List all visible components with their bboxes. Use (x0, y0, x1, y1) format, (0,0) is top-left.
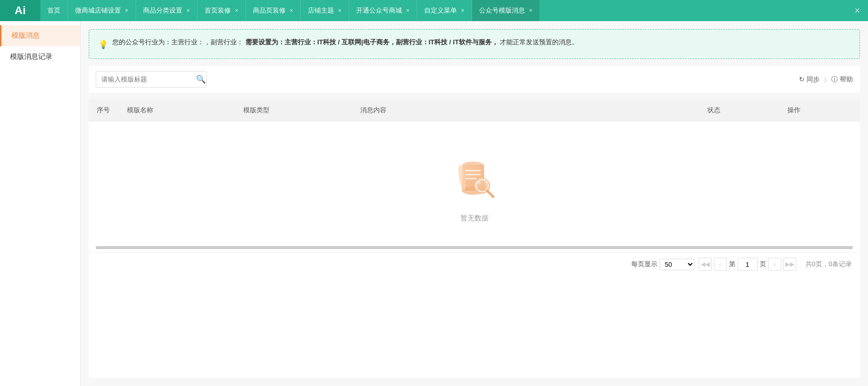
page-prefix: 第 (729, 260, 736, 269)
search-wrapper: 🔍 (96, 71, 207, 88)
col-status: 状态 (699, 100, 780, 121)
first-page-button[interactable]: ◀◀ (699, 258, 712, 271)
svg-point-10 (478, 181, 481, 184)
empty-state: 暂无数据 (89, 121, 860, 243)
content-area: 💡 您的公众号行业为：主营行业：，副营行业： 需要设置为：主营行业：IT科技 /… (81, 21, 868, 386)
last-page-button[interactable]: ▶▶ (783, 258, 796, 271)
total-info: 共0页，0条记录 (806, 260, 852, 269)
divider: | (825, 75, 826, 83)
page-nav: ◀◀ ‹ 第 页 › ▶▶ (699, 258, 796, 271)
close-tab-custommenu-button[interactable]: × (461, 7, 464, 14)
sidebar-item-template-records[interactable]: 模版消息记录 (0, 46, 80, 67)
col-name: 模版名称 (119, 100, 235, 121)
col-type: 模版类型 (235, 100, 352, 121)
notice-text: 您的公众号行业为：主营行业：，副营行业： 需要设置为：主营行业：IT科技 / 互… (112, 37, 578, 48)
tab-product[interactable]: 商品页装修× (246, 0, 301, 21)
search-button[interactable]: 🔍 (191, 71, 207, 87)
col-index: 序号 (89, 100, 119, 121)
svg-line-9 (487, 191, 493, 197)
tab-homepage[interactable]: 首页装修× (197, 0, 246, 21)
sync-button[interactable]: ↻ 同步 (799, 75, 820, 84)
tab-home[interactable]: 首页 (40, 0, 68, 21)
top-nav: Ai 首页微商城店铺设置×商品分类设置×首页装修×商品页装修×店铺主题×开通公众… (0, 0, 868, 21)
table-container: 序号模版名称模版类型消息内容状态操作 (89, 100, 860, 378)
scroll-track[interactable] (96, 246, 853, 249)
tab-theme[interactable]: 店铺主题× (301, 0, 349, 21)
header-row: 序号模版名称模版类型消息内容状态操作 (89, 100, 860, 121)
notice-suffix: 才能正常发送预置的消息。 (500, 38, 578, 46)
prev-page-button[interactable]: ‹ (714, 258, 727, 271)
toolbar-row: 🔍 ↻ 同步 | ⓘ 帮助 (89, 66, 860, 93)
pagination-row: 每页显示 50 10 20 100 ◀◀ ‹ 第 页 › ▶▶ (89, 252, 860, 276)
main-layout: 模版消息模版消息记录 💡 您的公众号行业为：主营行业：，副营行业： 需要设置为：… (0, 21, 868, 386)
page-suffix: 页 (760, 260, 766, 269)
empty-icon (447, 151, 502, 207)
help-circle-icon: ⓘ (831, 75, 838, 84)
tab-weishop[interactable]: 微商城店铺设置× (68, 0, 136, 21)
per-page-select[interactable]: 50 10 20 100 (659, 259, 695, 270)
close-tab-openstore-button[interactable]: × (406, 7, 410, 14)
close-tab-homepage-button[interactable]: × (235, 7, 238, 14)
close-tab-product-button[interactable]: × (290, 7, 293, 14)
table-body: 暂无数据 (89, 121, 860, 244)
tab-template[interactable]: 公众号模版消息× (472, 0, 540, 21)
close-tab-weishop-button[interactable]: × (125, 7, 128, 14)
col-action: 操作 (779, 100, 860, 121)
industry-notice: 💡 您的公众号行业为：主营行业：，副营行业： 需要设置为：主营行业：IT科技 /… (89, 29, 860, 59)
close-tab-theme-button[interactable]: × (338, 7, 342, 14)
brand-logo: Ai (0, 0, 40, 21)
search-input[interactable] (96, 72, 191, 86)
page-number-input[interactable] (738, 258, 758, 271)
close-tab-template-button[interactable]: × (529, 7, 532, 14)
per-page-label: 每页显示 (631, 260, 657, 269)
col-content: 消息内容 (352, 100, 699, 121)
empty-text: 暂无数据 (460, 214, 489, 223)
nav-tabs: 首页微商城店铺设置×商品分类设置×首页装修×商品页装修×店铺主题×开通公众号商城… (40, 0, 846, 21)
sidebar: 模版消息模版消息记录 (0, 21, 81, 386)
help-button[interactable]: ⓘ 帮助 (831, 75, 853, 84)
toolbar-actions: ↻ 同步 | ⓘ 帮助 (799, 75, 853, 84)
empty-row: 暂无数据 (89, 121, 860, 244)
notice-prefix: 您的公众号行业为：主营行业：，副营行业： (112, 38, 243, 46)
notice-highlight: 需要设置为：主营行业：IT科技 / 互联网|电子商务，副营行业：IT科技 / I… (245, 38, 498, 46)
bulb-icon: 💡 (98, 38, 108, 51)
page-size-selector: 每页显示 50 10 20 100 (631, 259, 695, 270)
sidebar-item-template-msg[interactable]: 模版消息 (0, 25, 80, 46)
global-close-button[interactable]: × (846, 6, 868, 16)
data-table: 序号模版名称模版类型消息内容状态操作 (89, 100, 860, 243)
close-tab-category-button[interactable]: × (186, 7, 190, 14)
table-header: 序号模版名称模版类型消息内容状态操作 (89, 100, 860, 121)
tab-category[interactable]: 商品分类设置× (136, 0, 197, 21)
scroll-thumb (96, 246, 853, 249)
sync-icon: ↻ (799, 75, 805, 83)
sync-label: 同步 (807, 75, 820, 84)
tab-openstore[interactable]: 开通公众号商城× (349, 0, 417, 21)
next-page-button[interactable]: › (768, 258, 781, 271)
tab-custommenu[interactable]: 自定义菜单× (417, 0, 472, 21)
help-label: 帮助 (840, 75, 853, 84)
scroll-bar-row (89, 243, 860, 252)
